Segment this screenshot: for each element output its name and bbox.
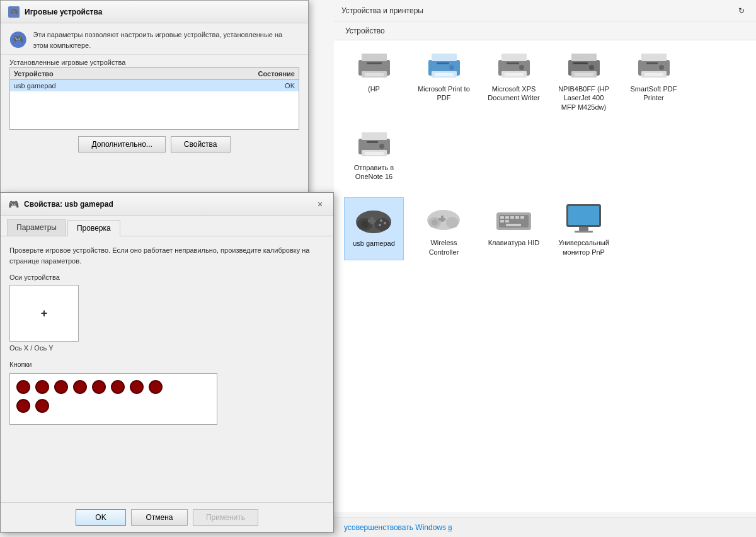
prop-content: Проверьте игровое устройство. Если оно р… (1, 236, 333, 434)
keyboard-icon (493, 201, 534, 236)
buttons-row-2 (16, 399, 210, 413)
bottom-info-bar: усовершенствовать Windows в (334, 517, 756, 537)
svg-point-27 (659, 65, 664, 70)
table-row-usb[interactable]: usb gamepad OK (10, 80, 299, 91)
bottom-link[interactable]: в (448, 523, 452, 532)
axes-box: + (9, 285, 79, 342)
axes-xy-label: Ось X / Ось Y (9, 344, 324, 352)
device-tile-usb-gamepad[interactable]: usb gamepad (344, 197, 404, 260)
svg-point-9 (449, 65, 454, 70)
refresh-button[interactable]: ↻ (735, 4, 748, 18)
gamepad-devices-row: usb gamepad Wireless Co (344, 197, 746, 260)
table-header: Устройство Состояние (10, 68, 299, 80)
svg-rect-6 (432, 54, 457, 61)
btn-indicator-9 (16, 399, 30, 413)
buttons-label: Кнопки (9, 361, 324, 368)
svg-point-38 (361, 221, 369, 228)
svg-point-37 (375, 218, 390, 231)
svg-point-43 (379, 224, 381, 226)
svg-point-42 (384, 222, 386, 224)
cancel-button[interactable]: Отмена (131, 509, 188, 526)
svg-rect-12 (501, 54, 527, 61)
btn-indicator-6 (111, 380, 125, 394)
tabs-bar: Параметры Проверка (1, 216, 333, 236)
partial-printer-label: (HP (368, 84, 380, 93)
svg-rect-24 (641, 54, 667, 61)
ok-button[interactable]: OK (76, 509, 126, 526)
svg-rect-56 (505, 216, 509, 219)
usb-gamepad-icon (353, 202, 394, 236)
onenote-label: Отправить в OneNote 16 (348, 163, 400, 182)
svg-rect-32 (365, 152, 384, 155)
toolbar-device-item[interactable]: Устройство (341, 25, 389, 37)
hp-printer-icon (565, 50, 603, 82)
btn-indicator-2 (35, 380, 49, 394)
installed-devices-label: Установленные игровые устройства (1, 55, 308, 67)
svg-rect-14 (505, 73, 524, 76)
svg-rect-30 (362, 132, 387, 140)
svg-rect-16 (507, 62, 519, 64)
close-button[interactable]: × (314, 199, 326, 210)
wireless-label: Wireless Controller (418, 238, 470, 257)
svg-point-41 (380, 219, 382, 222)
table-cell-device: usb gamepad (14, 82, 244, 90)
onenote-printer-icon (355, 129, 393, 161)
breadcrumb-bar: Устройства и принтеры ↻ (334, 0, 756, 21)
device-tile-onenote[interactable]: Отправить в OneNote 16 (344, 125, 404, 185)
btn-indicator-1 (16, 380, 30, 394)
tab-parameters[interactable]: Параметры (7, 219, 66, 236)
btn-indicator-10 (35, 399, 49, 413)
btn-indicator-8 (149, 380, 163, 394)
device-tile-xps[interactable]: Microsoft XPS Document Writer (484, 47, 544, 115)
svg-point-46 (446, 217, 459, 228)
device-tile-monitor[interactable]: Универсальный монитор PnP (554, 197, 614, 260)
printers-row: (HP Microsoft Print to PDF (344, 47, 746, 185)
btn-indicator-5 (92, 380, 106, 394)
monitor-label: Универсальный монитор PnP (558, 238, 610, 257)
properties-button[interactable]: Свойства (171, 136, 231, 153)
devices-content-area: Устройства и принтеры ↻ Устройство (334, 0, 756, 512)
buttons-box (9, 373, 217, 425)
dialog-title-bar: 🎮 Игровые устройства (1, 1, 308, 23)
table-empty-area (10, 91, 299, 129)
svg-rect-8 (435, 73, 454, 76)
gamepad-title-icon: 🎮 (8, 6, 20, 18)
buttons-row-1 (16, 380, 210, 394)
hp-label: NPIB4B0FF (HP LaserJet 400 MFP M425dw) (558, 84, 610, 112)
svg-rect-18 (571, 54, 597, 61)
device-tile-keyboard[interactable]: Клавиатура HID (484, 197, 544, 260)
crosshair-indicator: + (41, 307, 48, 320)
col-status-header: Состояние (244, 70, 295, 78)
svg-rect-55 (500, 216, 504, 219)
apply-button: Применить (193, 509, 258, 526)
tab-check[interactable]: Проверка (67, 220, 120, 236)
prop-title-bar: 🎮 Свойства: usb gamepad × (1, 193, 333, 216)
svg-point-15 (519, 65, 524, 70)
usb-gamepad-label: usb gamepad (353, 239, 395, 248)
device-tile-ms-pdf[interactable]: Microsoft Print to PDF (414, 47, 474, 115)
game-controllers-dialog: 🎮 Игровые устройства 🎮 Эти параметры поз… (0, 0, 309, 195)
svg-rect-62 (506, 224, 521, 226)
monitor-icon (563, 201, 604, 236)
device-tile-partial[interactable]: (HP (344, 47, 404, 115)
btn-indicator-3 (54, 380, 68, 394)
device-tile-wireless[interactable]: Wireless Controller (414, 197, 474, 260)
svg-point-51 (453, 220, 455, 222)
advanced-button[interactable]: Дополнительно... (78, 136, 165, 153)
svg-rect-61 (505, 220, 509, 222)
svg-point-33 (379, 144, 384, 149)
svg-rect-28 (646, 62, 658, 64)
svg-rect-57 (510, 216, 514, 219)
svg-rect-20 (575, 73, 593, 76)
device-tile-hp[interactable]: NPIB4B0FF (HP LaserJet 400 MFP M425dw) (554, 47, 614, 115)
properties-dialog: 🎮 Свойства: usb gamepad × Параметры Пров… (0, 192, 334, 533)
dialog-footer-buttons: Дополнительно... Свойства (1, 130, 308, 159)
dialog-title-text: Игровые устройства (25, 8, 301, 16)
svg-rect-22 (573, 62, 588, 64)
svg-rect-49 (438, 218, 445, 221)
svg-rect-26 (644, 73, 663, 76)
svg-rect-60 (500, 220, 504, 222)
info-text: Эти параметры позволяют настроить игровы… (33, 30, 299, 50)
device-tile-smartsoft[interactable]: SmartSoft PDF Printer (624, 47, 684, 115)
prop-description: Проверьте игровое устройство. Если оно р… (9, 245, 324, 266)
